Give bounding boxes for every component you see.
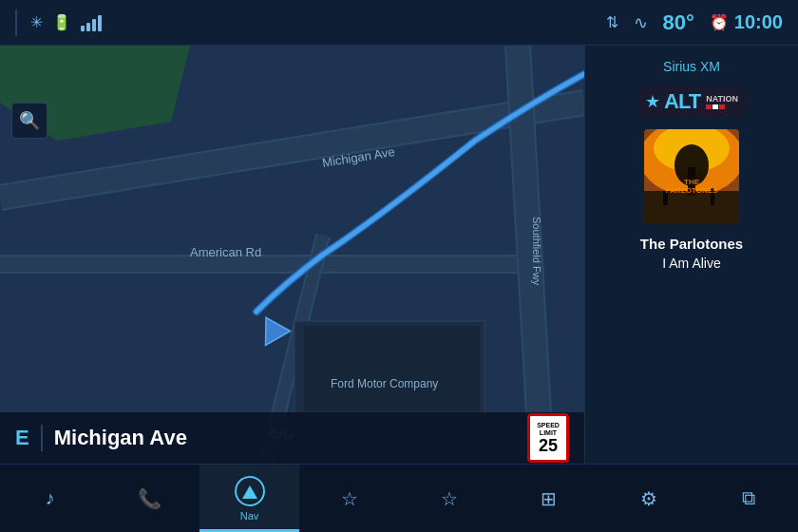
nav-item-settings[interactable]: ⚙ (598, 465, 698, 532)
temperature-display: 80° (663, 10, 694, 35)
nav-bar: ♪ 📞 Nav ☆ ☆ ⊞ ⚙ ⧉ (0, 464, 798, 532)
map-svg: Michigan Ave American Rd Southfield Fwy … (0, 46, 584, 464)
nav-item-favorites2[interactable]: ☆ (399, 465, 499, 532)
svg-rect-11 (304, 326, 480, 411)
nav-item-mirror[interactable]: ⧉ (698, 465, 798, 532)
map-area[interactable]: Michigan Ave American Rd Southfield Fwy … (0, 46, 584, 464)
star-icon-2: ☆ (441, 487, 458, 510)
wifi-icon: ∿ (634, 12, 648, 33)
nav-item-navigation[interactable]: Nav (200, 465, 299, 532)
music-icon: ♪ (46, 487, 55, 509)
album-art[interactable]: THE PARLOTONES (644, 129, 739, 224)
nav-item-apps[interactable]: ⊞ (499, 465, 598, 532)
nav-item-phone[interactable]: 📞 (100, 465, 200, 532)
clock-container: ⏰ 10:00 (710, 11, 783, 33)
right-panel: Sirius XM ★ ALT NATION (584, 46, 798, 464)
bar1 (81, 26, 85, 31)
alt-star-icon: ★ (645, 91, 660, 112)
artist-name: The Parlotones (640, 236, 743, 252)
nav-circle (235, 476, 265, 506)
nav-label: Nav (240, 510, 259, 522)
svg-text:THE: THE (684, 178, 700, 186)
alt-text: ALT (664, 89, 700, 114)
nav-arrow-icon (242, 485, 257, 499)
status-divider (15, 10, 17, 36)
flag-stripe-3 (719, 104, 725, 109)
copy-icon: ⧉ (742, 487, 755, 509)
nav-item-music[interactable]: ♪ (0, 465, 100, 532)
phone-icon: 📞 (138, 487, 162, 510)
search-button[interactable]: 🔍 (11, 103, 48, 139)
alt-nation-logo[interactable]: ★ ALT NATION (637, 86, 746, 118)
speed-limit-sign: SPEED LIMIT 25 (527, 413, 569, 463)
flag-stripe-1 (706, 104, 712, 109)
snowflake-icon: ✳ (30, 13, 43, 31)
clock-time: 10:00 (734, 11, 783, 33)
bar2 (86, 23, 90, 31)
svg-text:American Rd: American Rd (190, 245, 261, 259)
street-banner: E Michigan Ave SPEED LIMIT 25 (0, 412, 584, 464)
battery-icon: 🔋 (52, 13, 71, 31)
apps-grid-icon: ⊞ (541, 487, 557, 510)
star-icon-1: ☆ (341, 487, 358, 510)
status-bar: ✳ 🔋 ⇅ ∿ 80° ⏰ 10:00 (0, 0, 798, 46)
svg-text:Southfield Fwy: Southfield Fwy (531, 217, 542, 286)
svg-text:PARLOTONES: PARLOTONES (666, 186, 718, 195)
bar3 (92, 19, 96, 31)
settings-sliders-icon: ⚙ (640, 487, 657, 510)
svg-text:Ford Motor Company: Ford Motor Company (331, 377, 438, 390)
speed-limit-label: SPEED LIMIT (530, 422, 566, 436)
status-right: ⇅ ∿ 80° ⏰ 10:00 (606, 10, 783, 35)
street-name: Michigan Ave (54, 426, 187, 450)
album-art-image: THE PARLOTONES (644, 129, 739, 224)
banner-divider (41, 425, 43, 451)
clock-icon: ⏰ (710, 13, 729, 31)
sirius-xm-label: Sirius XM (663, 59, 720, 74)
nav-item-favorites1[interactable]: ☆ (299, 465, 399, 532)
song-name: I Am Alive (662, 256, 720, 271)
flag-stripe-2 (712, 104, 718, 109)
status-left: ✳ 🔋 (15, 10, 102, 36)
street-direction: E (15, 426, 29, 450)
signal-up-icon: ⇅ (606, 13, 618, 31)
nation-text: NATION (706, 94, 738, 104)
svg-rect-21 (644, 191, 739, 224)
bar4 (98, 15, 102, 31)
speed-limit-number: 25 (539, 437, 558, 454)
signal-bars (81, 14, 102, 31)
search-icon: 🔍 (19, 110, 40, 131)
